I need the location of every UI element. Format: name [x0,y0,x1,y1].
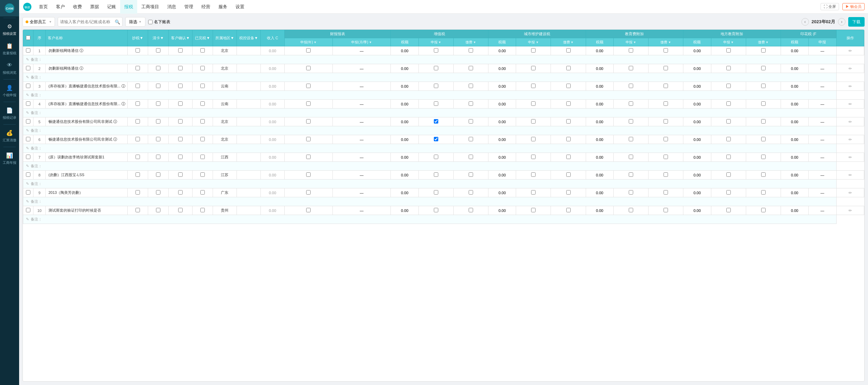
cell-checkbox[interactable] [469,101,473,106]
header-city-report[interactable]: 申报▼ [516,38,551,46]
cell-checkbox[interactable] [726,155,731,159]
sidebar-item-tax-settings[interactable]: ⚙ 报税设置 [0,19,19,39]
table-wrapper[interactable]: 序 客户名称 抄税▼ 清卡▼ 客户确认▼ 已完税▼ 所属地区▼ 税控设备▼ 收入… [23,29,865,382]
cell-checkbox[interactable] [629,208,633,212]
header-region[interactable]: 所属地区▼ [213,30,237,46]
cell-checkbox[interactable] [156,66,160,70]
cell-checkbox[interactable] [200,172,205,177]
cell-checkbox[interactable] [469,119,473,124]
cell-checkbox[interactable] [200,119,205,124]
cell-checkbox[interactable] [469,190,473,195]
edit-icon[interactable]: ✏ [849,48,852,53]
edit-icon[interactable]: ✏ [849,137,852,142]
prev-month-btn[interactable]: ‹ [801,18,809,26]
cell-checkbox[interactable] [136,119,140,124]
cell-checkbox[interactable] [531,84,536,88]
cell-checkbox[interactable] [761,155,766,159]
cell-checkbox[interactable] [200,190,205,195]
cell-checkbox[interactable] [664,101,668,106]
cell-checkbox[interactable] [664,208,668,212]
cell-checkbox[interactable] [531,119,536,124]
header-city-pay[interactable]: 缴费▼ [551,38,586,46]
header-fin-month[interactable]: 申报(月/季)▼ [332,38,391,46]
cell-checkbox[interactable] [566,119,571,124]
cell-checkbox[interactable] [306,137,311,141]
header-stamp-report[interactable]: 申报 [809,38,836,46]
member-btn[interactable]: ▶ 畅会员 [842,3,865,10]
nav-item-manage[interactable]: 管理 [180,0,197,14]
cell-checkbox[interactable] [178,208,183,212]
cell-checkbox[interactable] [178,172,183,177]
cell-checkbox[interactable] [726,101,731,106]
cell-checkbox[interactable] [726,137,731,141]
header-vat-report[interactable]: 申报▼ [418,38,453,46]
cell-checkbox[interactable] [178,101,183,106]
cell-checkbox[interactable] [726,208,731,212]
named-schedule-label[interactable]: 名下账表 [148,19,170,25]
cell-checkbox[interactable] [566,84,571,88]
cell-checkbox[interactable] [434,101,438,106]
cell-checkbox[interactable] [629,84,633,88]
cell-checkbox[interactable] [136,208,140,212]
header-ledu-pay[interactable]: 缴费▼ [746,38,781,46]
download-btn[interactable]: 下载 [848,17,865,27]
cell-checkbox[interactable] [178,155,183,159]
cell-checkbox[interactable] [156,119,160,124]
cell-checkbox[interactable] [566,101,571,106]
nav-item-billing[interactable]: 收费 [69,0,86,14]
cell-checkbox[interactable] [761,137,766,141]
cell-checkbox[interactable] [178,48,183,53]
cell-checkbox[interactable] [531,101,536,106]
cell-checkbox[interactable] [566,137,571,141]
cell-checkbox[interactable] [26,101,30,106]
nav-item-industry[interactable]: 工商项目 [137,0,163,14]
cell-checkbox[interactable] [434,172,438,177]
cell-checkbox[interactable] [434,208,438,212]
cell-checkbox[interactable] [469,208,473,212]
cell-checkbox[interactable] [761,66,766,70]
cell-checkbox[interactable] [566,208,571,212]
cell-checkbox[interactable] [156,172,160,177]
sidebar-item-tax-view[interactable]: 👁 报税浏览 [0,58,19,78]
edit-icon[interactable]: ✏ [849,173,852,177]
cell-checkbox[interactable] [664,66,668,70]
cell-checkbox[interactable] [26,84,30,88]
cell-checkbox[interactable] [664,137,668,141]
cell-checkbox[interactable] [531,172,536,177]
sidebar-item-personal-report[interactable]: 👤 个税申报 [0,81,19,100]
cell-checkbox[interactable] [664,172,668,177]
cell-checkbox[interactable] [761,172,766,177]
cell-checkbox[interactable] [629,119,633,124]
cell-checkbox[interactable] [629,48,633,53]
cell-checkbox[interactable] [26,155,30,159]
cell-checkbox[interactable] [136,137,140,141]
cell-checkbox[interactable] [566,190,571,195]
cell-checkbox[interactable] [629,172,633,177]
cell-checkbox[interactable] [26,172,30,177]
cell-checkbox[interactable] [136,190,140,195]
header-clear-card[interactable]: 清卡▼ [148,30,168,46]
cell-checkbox[interactable] [761,101,766,106]
cell-checkbox[interactable] [726,172,731,177]
sidebar-item-remit-calc[interactable]: 💰 汇算清缴 [0,126,19,145]
header-fin-year[interactable]: 申报(年)▼ [284,38,332,46]
cell-checkbox[interactable] [26,66,30,70]
cell-checkbox[interactable] [156,155,160,159]
cell-checkbox[interactable] [200,84,205,88]
cell-checkbox[interactable] [200,101,205,106]
cell-checkbox[interactable] [136,48,140,53]
edit-icon[interactable]: ✏ [849,119,852,124]
cell-checkbox[interactable] [26,137,30,141]
header-tax-copy[interactable]: 抄税▼ [127,30,148,46]
employee-filter[interactable]: 全部员工 ▼ [23,17,55,27]
cell-checkbox[interactable] [306,66,311,70]
cell-checkbox[interactable] [531,66,536,70]
cell-checkbox[interactable] [469,172,473,177]
cell-checkbox[interactable] [156,48,160,53]
cell-checkbox[interactable] [156,137,160,141]
cell-checkbox[interactable] [200,208,205,212]
cell-checkbox[interactable] [566,172,571,177]
cell-checkbox[interactable] [434,48,438,53]
cell-checkbox[interactable] [306,48,311,53]
header-device[interactable]: 税控设备▼ [237,30,260,46]
